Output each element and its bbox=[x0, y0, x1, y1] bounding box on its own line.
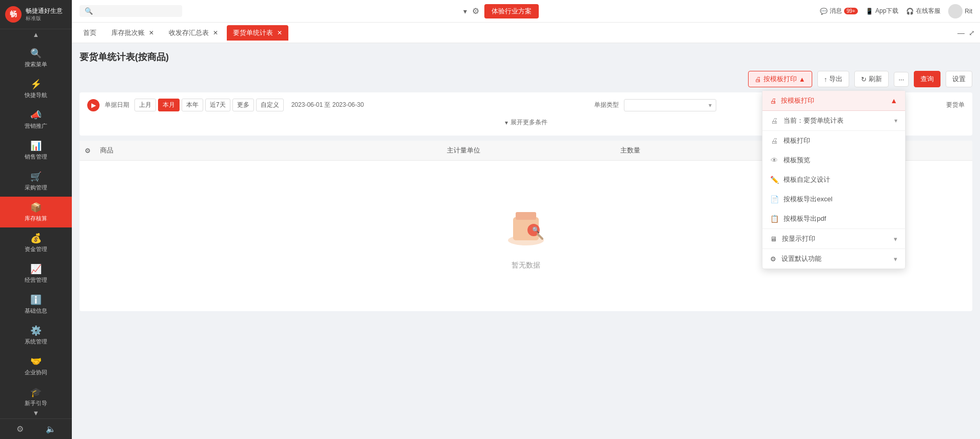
tab-order-stats[interactable]: 要货单统计表 ✕ bbox=[227, 25, 288, 41]
expand-more-label: 展开更多条件 bbox=[511, 118, 547, 127]
more-button[interactable]: ··· bbox=[894, 72, 909, 87]
sidebar-item-basic[interactable]: ℹ️ 基础信息 bbox=[0, 289, 72, 320]
export-label: 导出 bbox=[829, 74, 842, 84]
sidebar-item-guide[interactable]: 🎓 新手引导 bbox=[0, 381, 72, 408]
dropdown-display-print-group[interactable]: 🖥 按显示打印 ▾ bbox=[762, 229, 905, 249]
dropdown-title: 🖨 按模板打印 bbox=[770, 96, 814, 105]
tab-home[interactable]: 首页 bbox=[77, 25, 103, 41]
date-btn-this-year[interactable]: 本年 bbox=[182, 99, 203, 111]
dropdown-set-default-group[interactable]: ⚙ 设置默认功能 ▾ bbox=[762, 249, 905, 269]
dropdown-groups-section: 🖥 按显示打印 ▾ bbox=[762, 229, 905, 249]
empty-text: 暂无数据 bbox=[512, 261, 540, 270]
tab-inventory-batch[interactable]: 库存批次账 ✕ bbox=[105, 25, 160, 41]
trial-button[interactable]: 体验行业方案 bbox=[484, 4, 539, 18]
sales-icon: 📊 bbox=[30, 140, 42, 151]
sidebar-item-search[interactable]: 🔍 搜索菜单 bbox=[0, 43, 72, 73]
logo-line2: 标准版 bbox=[26, 15, 63, 22]
sidebar-nav: 🔍 搜索菜单 ⚡ 快捷导航 📣 营销推广 📊 销售管理 🛒 采购管理 📦 库存核… bbox=[0, 40, 72, 408]
dropdown-current-item[interactable]: 🖨 当前：要货单统计表 ▾ bbox=[762, 111, 905, 130]
scroll-down[interactable]: ▼ bbox=[0, 408, 72, 418]
dropdown-template-print[interactable]: 🖨 模板打印 bbox=[762, 131, 905, 150]
set-default-arrow: ▾ bbox=[894, 255, 897, 263]
speaker-footer-icon[interactable]: 🔈 bbox=[46, 424, 56, 434]
tab-minimize-icon[interactable]: — bbox=[957, 29, 965, 37]
dropdown-close-icon[interactable]: ▲ bbox=[890, 97, 897, 105]
marketing-icon: 📣 bbox=[30, 109, 42, 121]
goods-filter-label: 要货单 bbox=[946, 101, 965, 109]
template-design-label: 模板自定义设计 bbox=[783, 175, 830, 184]
search-input[interactable] bbox=[95, 8, 172, 15]
sidebar-item-corp[interactable]: 🤝 企业协同 bbox=[0, 351, 72, 381]
export-button[interactable]: ↑ 导出 bbox=[817, 71, 850, 87]
logo-icon: 畅 bbox=[5, 6, 22, 23]
display-print-arrow: ▾ bbox=[894, 235, 897, 243]
topbar-gear-icon[interactable]: ⚙ bbox=[472, 6, 479, 16]
tab-inventory-batch-close[interactable]: ✕ bbox=[149, 29, 154, 36]
template-design-icon: ✏️ bbox=[770, 176, 778, 184]
print-dropdown-arrow[interactable]: ▲ bbox=[799, 75, 806, 83]
tab-maximize-icon[interactable]: ⤢ bbox=[969, 29, 975, 37]
sidebar-item-finance[interactable]: 💰 资金管理 bbox=[0, 227, 72, 258]
online-service-item[interactable]: 🎧 在线客服 bbox=[906, 7, 940, 15]
date-btn-more[interactable]: 更多 bbox=[232, 99, 254, 111]
username-label: Rit bbox=[965, 8, 972, 15]
sidebar-item-quick[interactable]: ⚡ 快捷导航 bbox=[0, 73, 72, 104]
message-icon: 💬 bbox=[820, 8, 828, 15]
display-print-icon: 🖥 bbox=[770, 235, 777, 243]
sidebar-item-purchase[interactable]: 🛒 采购管理 bbox=[0, 166, 72, 197]
user-avatar-item[interactable]: Rit bbox=[948, 4, 972, 18]
svg-text:🔍: 🔍 bbox=[532, 226, 540, 234]
sidebar-item-marketing[interactable]: 📣 营销推广 bbox=[0, 104, 72, 135]
dropdown-current-icon: 🖨 bbox=[770, 117, 778, 125]
print-template-button[interactable]: 🖨 按模板打印 ▲ bbox=[748, 71, 812, 87]
date-btn-last7[interactable]: 近7天 bbox=[205, 99, 230, 111]
sidebar-footer: ⚙ 🔈 bbox=[0, 418, 72, 439]
tab-order-stats-close[interactable]: ✕ bbox=[277, 29, 282, 36]
tab-receipt-summary[interactable]: 收发存汇总表 ✕ bbox=[163, 25, 224, 41]
dropdown-title-text: 按模板打印 bbox=[781, 96, 814, 105]
set-default-icon: ⚙ bbox=[770, 255, 776, 263]
dropdown-template-design[interactable]: ✏️ 模板自定义设计 bbox=[762, 170, 905, 189]
col-settings[interactable]: ⚙ bbox=[85, 147, 100, 155]
topbar-right: 💬 消息 99+ 📱 App下载 🎧 在线客服 Rit bbox=[820, 4, 972, 18]
dropdown-template-preview[interactable]: 👁 模板预览 bbox=[762, 150, 905, 170]
topbar-chevron-icon[interactable]: ▾ bbox=[463, 7, 467, 15]
messages-item[interactable]: 💬 消息 99+ bbox=[820, 7, 858, 15]
sidebar-logo: 畅 畅捷通好生意 标准版 bbox=[0, 0, 72, 29]
purchase-icon: 🛒 bbox=[30, 171, 42, 182]
sidebar-item-operation[interactable]: 📈 经营管理 bbox=[0, 258, 72, 289]
template-print-icon: 🖨 bbox=[770, 137, 778, 145]
app-download-item[interactable]: 📱 App下载 bbox=[866, 7, 898, 15]
query-button[interactable]: 查询 bbox=[914, 71, 940, 87]
empty-icon: 🔍 bbox=[500, 202, 552, 253]
template-preview-icon: 👁 bbox=[770, 156, 778, 164]
topbar-search-box[interactable]: 🔍 bbox=[80, 5, 182, 17]
corp-icon: 🤝 bbox=[30, 356, 42, 367]
quick-nav-icon: ⚡ bbox=[30, 79, 42, 90]
sidebar-item-system[interactable]: ⚙️ 系统管理 bbox=[0, 320, 72, 351]
order-type-arrow: ▾ bbox=[709, 102, 712, 109]
date-btn-custom[interactable]: 自定义 bbox=[256, 99, 284, 111]
date-btn-last-month[interactable]: 上月 bbox=[134, 99, 156, 111]
filter-collapse-btn[interactable]: ▶ bbox=[87, 99, 100, 111]
order-type-label: 单据类型 bbox=[594, 101, 619, 109]
export-excel-label: 按模板导出excel bbox=[783, 195, 832, 204]
set-default-label: 设置默认功能 bbox=[781, 254, 821, 263]
scroll-up[interactable]: ▲ bbox=[0, 29, 72, 40]
dropdown-export-excel[interactable]: 📄 按模板导出excel bbox=[762, 189, 905, 209]
tab-receipt-summary-close[interactable]: ✕ bbox=[213, 29, 218, 36]
expand-more-btn[interactable]: ▾ 展开更多条件 bbox=[502, 116, 550, 129]
dropdown-export-pdf[interactable]: 📋 按模板导出pdf bbox=[762, 209, 905, 228]
sidebar: 畅 畅捷通好生意 标准版 ▲ 🔍 搜索菜单 ⚡ 快捷导航 📣 营销推广 📊 销售… bbox=[0, 0, 72, 439]
tab-order-stats-label: 要货单统计表 bbox=[233, 28, 273, 37]
toolbar: 🖨 按模板打印 ▲ ↑ 导出 ↻ 刷新 ··· 查询 设置 🖨 按模板打印 bbox=[80, 71, 972, 87]
refresh-button[interactable]: ↻ 刷新 bbox=[854, 71, 889, 87]
date-btn-this-month[interactable]: 本月 bbox=[158, 99, 180, 111]
order-type-select[interactable]: ▾ bbox=[624, 99, 716, 111]
sidebar-item-sales[interactable]: 📊 销售管理 bbox=[0, 135, 72, 166]
sidebar-item-inventory[interactable]: 📦 库存核算 bbox=[0, 197, 72, 227]
logo-text: 畅捷通好生意 标准版 bbox=[26, 7, 63, 22]
settings-footer-icon[interactable]: ⚙ bbox=[16, 424, 24, 434]
messages-label: 消息 bbox=[830, 7, 842, 15]
settings-button[interactable]: 设置 bbox=[946, 71, 972, 87]
